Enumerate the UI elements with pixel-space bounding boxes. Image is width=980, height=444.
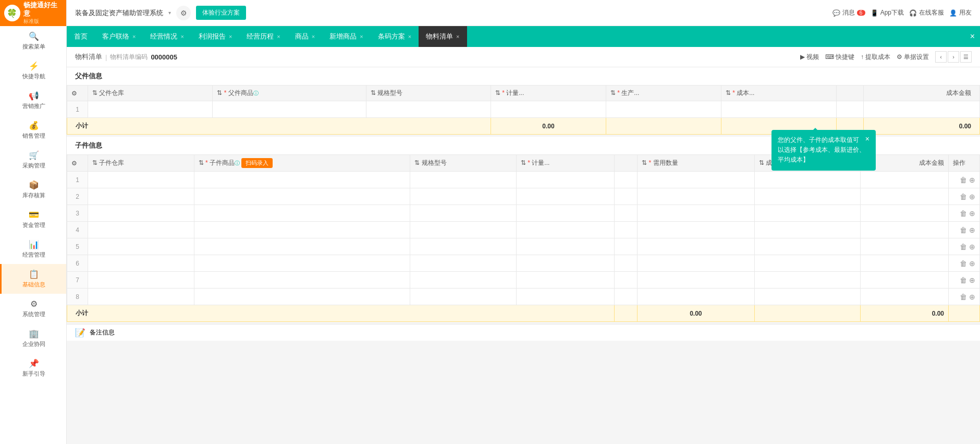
child-cell-quantity-8[interactable] <box>638 289 754 305</box>
tab-barcode-close[interactable]: × <box>408 33 411 40</box>
copy-row-3[interactable]: ⊕ <box>969 209 975 218</box>
sidebar-item-sales[interactable]: 💰 销售管理 <box>0 115 66 145</box>
parent-cell-production-1[interactable] <box>606 101 721 118</box>
list-view-button[interactable]: ☰ <box>960 51 972 63</box>
delete-row-2[interactable]: 🗑 <box>960 193 967 201</box>
child-cell-warehouse-2[interactable] <box>88 188 194 205</box>
close-all-tabs[interactable]: × <box>965 32 980 41</box>
online-service-button[interactable]: 🎧 在线客服 <box>909 8 944 17</box>
tab-biz-history[interactable]: 经营历程 × <box>239 26 287 47</box>
copy-row-5[interactable]: ⊕ <box>969 243 975 251</box>
tab-customers[interactable]: 客户联络 × <box>95 26 143 47</box>
child-cell-warehouse-5[interactable] <box>88 238 194 255</box>
child-cell-spec-1[interactable] <box>410 172 517 188</box>
tab-bom-close[interactable]: × <box>456 33 459 40</box>
child-cell-spec-5[interactable] <box>410 238 517 255</box>
scan-input-button[interactable]: 扫码录入 <box>241 158 273 168</box>
child-cell-spec-3[interactable] <box>410 205 517 222</box>
child-cell-quantity-5[interactable] <box>638 238 754 255</box>
child-cell-spec-8[interactable] <box>410 289 517 305</box>
sidebar-item-guide[interactable]: 📌 新手引导 <box>0 353 66 383</box>
app-download-button[interactable]: 📱 App下载 <box>871 8 904 17</box>
copy-row-4[interactable]: ⊕ <box>969 226 975 234</box>
tooltip-close-button[interactable]: × <box>865 135 869 142</box>
child-cell-quantity-6[interactable] <box>638 255 754 272</box>
child-cell-warehouse-7[interactable] <box>88 272 194 289</box>
sidebar-item-search[interactable]: 🔍 搜索菜单 <box>0 26 66 56</box>
copy-row-6[interactable]: ⊕ <box>969 259 975 268</box>
sidebar-item-finance[interactable]: 💳 资金管理 <box>0 205 66 234</box>
delete-row-6[interactable]: 🗑 <box>960 259 967 268</box>
delete-row-4[interactable]: 🗑 <box>960 226 967 234</box>
child-cell-spec-4[interactable] <box>410 222 517 238</box>
single-settings-button[interactable]: ⚙ 单据设置 <box>897 53 929 62</box>
tab-products-close[interactable]: × <box>312 33 315 40</box>
child-cell-unit-5[interactable] <box>516 238 614 255</box>
tab-profit[interactable]: 利润报告 × <box>191 26 239 47</box>
child-cell-product-4[interactable] <box>194 222 410 238</box>
copy-row-8[interactable]: ⊕ <box>969 293 975 301</box>
user-button[interactable]: 👤 用友 <box>949 8 972 17</box>
child-cell-unit-cost-1[interactable] <box>754 172 861 188</box>
child-cell-unit-1[interactable] <box>516 172 614 188</box>
child-cell-quantity-2[interactable] <box>638 188 754 205</box>
child-cell-unit-cost-5[interactable] <box>754 238 861 255</box>
sidebar-item-enterprise[interactable]: 🏢 企业协同 <box>0 323 66 353</box>
parent-cell-cost-1[interactable] <box>721 101 837 118</box>
copy-row-2[interactable]: ⊕ <box>969 193 975 201</box>
tab-new-product[interactable]: 新增商品 × <box>322 26 370 47</box>
tab-products[interactable]: 商品 × <box>288 26 322 47</box>
child-cell-spec-2[interactable] <box>410 188 517 205</box>
parent-cell-spec-1[interactable] <box>366 101 491 118</box>
breadcrumb-link[interactable]: 物料清单 <box>75 52 102 62</box>
child-cell-unit-cost-4[interactable] <box>754 222 861 238</box>
child-cell-quantity-4[interactable] <box>638 222 754 238</box>
message-button[interactable]: 💬 消息 6 <box>832 8 865 17</box>
child-cell-unit-6[interactable] <box>516 255 614 272</box>
sidebar-item-purchase[interactable]: 🛒 采购管理 <box>0 145 66 175</box>
copy-row-7[interactable]: ⊕ <box>969 276 975 284</box>
child-cell-product-8[interactable] <box>194 289 410 305</box>
parent-cell-warehouse-1[interactable] <box>88 101 213 118</box>
delete-row-3[interactable]: 🗑 <box>960 209 967 218</box>
sidebar-item-inventory[interactable]: 📦 库存核算 <box>0 175 66 205</box>
child-cell-warehouse-4[interactable] <box>88 222 194 238</box>
child-col-settings[interactable]: ⚙ <box>67 155 88 172</box>
system-dropdown-arrow[interactable]: ▾ <box>168 10 171 16</box>
child-cell-spec-7[interactable] <box>410 272 517 289</box>
child-cell-unit-cost-6[interactable] <box>754 255 861 272</box>
child-cell-unit-cost-2[interactable] <box>754 188 861 205</box>
child-cell-product-3[interactable] <box>194 205 410 222</box>
child-cell-product-2[interactable] <box>194 188 410 205</box>
sidebar-item-basic-info[interactable]: 📋 基础信息 <box>0 264 66 294</box>
child-cell-warehouse-6[interactable] <box>88 255 194 272</box>
delete-row-1[interactable]: 🗑 <box>960 176 967 184</box>
delete-row-5[interactable]: 🗑 <box>960 243 967 251</box>
child-cell-unit-8[interactable] <box>516 289 614 305</box>
extract-cost-button[interactable]: ↑ 提取成本 <box>861 53 890 62</box>
prev-page-button[interactable]: ‹ <box>935 51 947 63</box>
tab-biz-history-close[interactable]: × <box>277 33 280 40</box>
sidebar-item-marketing[interactable]: 📢 营销推广 <box>0 86 66 115</box>
child-cell-unit-cost-7[interactable] <box>754 272 861 289</box>
tab-home[interactable]: 首页 <box>67 26 95 47</box>
tab-customers-close[interactable]: × <box>132 33 136 40</box>
child-cell-unit-cost-8[interactable] <box>754 289 861 305</box>
child-cell-warehouse-8[interactable] <box>88 289 194 305</box>
delete-row-7[interactable]: 🗑 <box>960 276 967 284</box>
parent-cell-product-1[interactable] <box>213 101 366 118</box>
tab-operations-close[interactable]: × <box>180 33 183 40</box>
child-cell-warehouse-3[interactable] <box>88 205 194 222</box>
child-cell-unit-7[interactable] <box>516 272 614 289</box>
child-cell-unit-3[interactable] <box>516 205 614 222</box>
sidebar-item-operations[interactable]: 📊 经营管理 <box>0 234 66 264</box>
view-video-button[interactable]: ▶ 视频 <box>800 53 819 62</box>
child-cell-unit-4[interactable] <box>516 222 614 238</box>
child-cell-unit-2[interactable] <box>516 188 614 205</box>
delete-row-8[interactable]: 🗑 <box>960 293 967 301</box>
parent-cell-unit-1[interactable] <box>491 101 606 118</box>
child-cell-unit-cost-3[interactable] <box>754 205 861 222</box>
child-cell-warehouse-1[interactable] <box>88 172 194 188</box>
child-cell-quantity-7[interactable] <box>638 272 754 289</box>
child-cell-spec-6[interactable] <box>410 255 517 272</box>
